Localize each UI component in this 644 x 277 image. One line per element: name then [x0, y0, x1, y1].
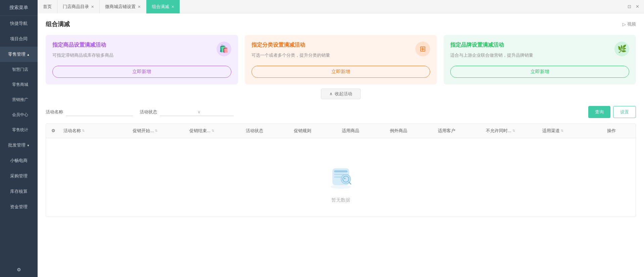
- collapse-label: 收起活动: [335, 91, 352, 97]
- brand-card: 🌿 指定品牌设置满减活动 适合与上游企业联合做营销，提升品牌销量 立即新增: [444, 35, 636, 85]
- goods-card-title: 指定商品设置满减活动: [52, 42, 231, 49]
- sort-icon-noallow: ⇅: [512, 129, 515, 132]
- th-customer: 适用客户: [435, 124, 483, 138]
- tab-close-combo-discount[interactable]: ✕: [171, 0, 174, 13]
- sort-icon-start: ⇅: [155, 129, 157, 132]
- th-op: 操作: [588, 124, 636, 138]
- tab-close-shop-catalog[interactable]: ✕: [91, 0, 94, 13]
- video-link[interactable]: ▷ 视频: [623, 21, 636, 27]
- category-card-desc: 可选一个或者多个分类，提升分类的销量: [251, 52, 430, 59]
- tab-home[interactable]: 首页: [38, 0, 57, 13]
- sidebar-item-smart-shop[interactable]: 智慧门店: [0, 62, 38, 77]
- collapse-bar: ∧ 收起活动: [46, 89, 636, 99]
- tab-wechat-shop-settings[interactable]: 微商城店铺设置 ✕: [100, 0, 146, 13]
- th-gear[interactable]: ⚙: [46, 124, 61, 138]
- sidebar-search[interactable]: 搜索菜单: [0, 0, 38, 16]
- chevron-down-icon: ∨: [197, 109, 232, 114]
- sidebar-item-marketing[interactable]: 营销推广: [0, 92, 38, 107]
- filter-name-field: 活动名称: [46, 108, 133, 116]
- gear-icon: ⚙: [17, 267, 21, 272]
- filter-name-input[interactable]: [66, 108, 133, 116]
- sort-icon-end: ⇅: [212, 129, 214, 132]
- category-card-add-button[interactable]: 立即新增: [251, 66, 430, 78]
- category-card-title: 指定分类设置满减活动: [251, 42, 430, 49]
- th-goods: 适用商品: [339, 124, 387, 138]
- window-controls: ⊡ ✕: [627, 4, 644, 9]
- th-noallow[interactable]: 不允许同时... ⇅: [483, 124, 540, 138]
- close-button[interactable]: ✕: [635, 4, 640, 9]
- sidebar-item-stock-calc[interactable]: 库存核算: [0, 184, 38, 199]
- th-rule: 促销规则: [291, 124, 339, 138]
- filter-status-select[interactable]: ∨: [160, 108, 234, 116]
- sidebar: 搜索菜单 快捷导航 项目合同 零售管理 智慧门店 零售商城 营销推广 会员中心 …: [0, 0, 38, 277]
- filter-actions: 查询 设置: [588, 106, 636, 118]
- th-except: 例外商品: [387, 124, 435, 138]
- empty-illustration: [324, 158, 358, 192]
- collapse-button[interactable]: ∧ 收起活动: [321, 89, 361, 99]
- filter-status-label: 活动状态: [140, 109, 157, 115]
- sidebar-item-retail-mgmt[interactable]: 零售管理: [0, 47, 38, 62]
- sidebar-item-retail-mall[interactable]: 零售商城: [0, 77, 38, 92]
- sidebar-item-member-center[interactable]: 会员中心: [0, 107, 38, 122]
- brand-card-icon: 🌿: [614, 42, 629, 56]
- play-icon: ▷: [623, 22, 626, 27]
- sidebar-item-xiaochang[interactable]: 小畅电商: [0, 153, 38, 168]
- page-title: 组合满减: [46, 20, 70, 28]
- sidebar-item-retail-stats[interactable]: 零售统计: [0, 122, 38, 137]
- goods-card-icon: 🛍️: [217, 42, 231, 56]
- brand-card-title: 指定品牌设置满减活动: [450, 42, 629, 49]
- th-channel[interactable]: 适用渠道 ⇅: [540, 124, 588, 138]
- filter-name-label: 活动名称: [46, 109, 63, 115]
- gear-icon: ⚙: [51, 128, 55, 133]
- content-area: 组合满减 ▷ 视频 🛍️ 指定商品设置满减活动 可指定滞销商品或库存较多商品 立…: [38, 13, 644, 277]
- svg-point-0: [331, 185, 351, 189]
- svg-line-7: [349, 182, 351, 184]
- sidebar-item-wholesale-mgmt[interactable]: 批发管理: [0, 137, 38, 153]
- set-button[interactable]: 设置: [613, 106, 636, 118]
- collapse-icon: ∧: [329, 91, 333, 96]
- main-area: 首页 门店商品目录 ✕ 微商城店铺设置 ✕ 组合满减 ✕ ⊡ ✕ 组合满减 ▷ …: [38, 0, 644, 277]
- query-button[interactable]: 查询: [588, 106, 610, 118]
- tab-bar: 首页 门店商品目录 ✕ 微商城店铺设置 ✕ 组合满减 ✕ ⊡ ✕: [38, 0, 644, 13]
- th-name[interactable]: 活动名称 ⇅: [61, 124, 130, 138]
- goods-card-add-button[interactable]: 立即新增: [52, 66, 231, 78]
- empty-text: 暂无数据: [331, 197, 350, 203]
- th-end[interactable]: 促销结束... ⇅: [187, 124, 243, 138]
- maximize-button[interactable]: ⊡: [627, 4, 632, 9]
- brand-card-desc: 适合与上游企业联合做营销，提升品牌销量: [450, 52, 629, 59]
- category-card: ⊞ 指定分类设置满减活动 可选一个或者多个分类，提升分类的销量 立即新增: [245, 35, 437, 85]
- sort-icon-channel: ⇅: [561, 129, 563, 132]
- sidebar-item-purchase-mgmt[interactable]: 采购管理: [0, 168, 38, 184]
- goods-card-desc: 可指定滞销商品或库存较多商品: [52, 52, 231, 59]
- sort-icon-name: ⇅: [82, 129, 85, 132]
- tab-shop-catalog[interactable]: 门店商品目录 ✕: [57, 0, 100, 13]
- tab-close-wechat-shop[interactable]: ✕: [138, 0, 141, 13]
- filter-status-field: 活动状态 ∨: [140, 108, 234, 116]
- goods-card: 🛍️ 指定商品设置满减活动 可指定滞销商品或库存较多商品 立即新增: [46, 35, 238, 85]
- empty-state: 暂无数据: [46, 138, 636, 217]
- cards-row: 🛍️ 指定商品设置满减活动 可指定滞销商品或库存较多商品 立即新增 ⊞ 指定分类…: [46, 35, 636, 85]
- sidebar-settings[interactable]: ⚙: [0, 262, 38, 277]
- th-status: 活动状态: [243, 124, 291, 138]
- th-start[interactable]: 促销开始... ⇅: [130, 124, 186, 138]
- svg-point-8: [344, 178, 346, 179]
- brand-card-add-button[interactable]: 立即新增: [450, 66, 629, 78]
- svg-rect-2: [334, 170, 348, 172]
- sidebar-item-fund-mgmt[interactable]: 资金管理: [0, 199, 38, 215]
- tab-combo-discount[interactable]: 组合满减 ✕: [146, 0, 180, 13]
- sidebar-item-quick-nav[interactable]: 快捷导航: [0, 16, 38, 31]
- page-header: 组合满减 ▷ 视频: [46, 20, 636, 28]
- data-table: ⚙ 活动名称 ⇅ 促销开始... ⇅ 促销结束... ⇅ 活动状态 促销规则 适…: [46, 123, 636, 217]
- svg-rect-3: [334, 174, 344, 175]
- table-header: ⚙ 活动名称 ⇅ 促销开始... ⇅ 促销结束... ⇅ 活动状态 促销规则 适…: [46, 124, 636, 138]
- sidebar-item-project-contract[interactable]: 项目合同: [0, 31, 38, 47]
- filter-row: 活动名称 活动状态 ∨ 查询 设置: [46, 106, 636, 118]
